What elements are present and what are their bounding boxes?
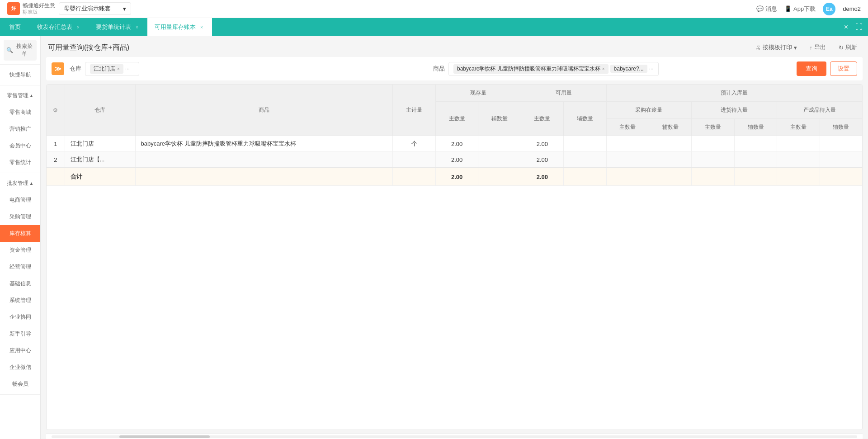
sidebar-item-enterprise[interactable]: 企业协同 xyxy=(0,309,40,326)
footer-inbound-main xyxy=(692,168,734,186)
main-layout: 🔍 搜索菜单 快捷导航 零售管理 ▲ 零售商城 营销推广 会员中心 xyxy=(0,36,868,439)
th-avail-aux: 辅数量 xyxy=(564,102,606,136)
product-tag-1-remove[interactable]: × xyxy=(602,66,605,71)
th-product-aux: 辅数量 xyxy=(820,119,862,136)
tab-receive[interactable]: 收发存汇总表 × xyxy=(30,18,89,36)
print-button[interactable]: 🖨 按模板打印 ▾ xyxy=(751,42,801,53)
tab-order-close[interactable]: × xyxy=(134,24,140,30)
row-2-inbound-aux xyxy=(734,152,777,168)
row-1-current-main: 2.00 xyxy=(435,136,478,152)
tab-order[interactable]: 要货单统计表 × xyxy=(89,18,147,36)
footer-purchase-aux xyxy=(649,168,691,186)
row-1-purchase-main xyxy=(606,136,649,152)
sidebar-item-finance[interactable]: 资金管理 xyxy=(0,242,40,259)
product-tag-2-value: babycare?... xyxy=(614,66,644,72)
sidebar-item-purchase[interactable]: 采购管理 xyxy=(0,208,40,225)
th-warehouse: 仓库 xyxy=(65,85,135,136)
sidebar-item-member[interactable]: 会员中心 xyxy=(0,137,40,154)
th-product-pending: 产成品待入量 xyxy=(777,102,862,119)
row-1-warehouse: 江北门店 xyxy=(65,136,135,152)
print-label: 按模板打印 xyxy=(763,43,792,52)
tab-inventory[interactable]: 可用量库存账本 × xyxy=(147,18,212,36)
footer-empty-3 xyxy=(393,168,435,186)
sidebar-item-basic-info[interactable]: 基础信息 xyxy=(0,275,40,292)
search-menu-button[interactable]: 🔍 搜索菜单 xyxy=(4,40,37,61)
footer-avail-main: 2.00 xyxy=(521,168,563,186)
th-current-aux: 辅数量 xyxy=(478,102,521,136)
fullscreen-button[interactable]: ⛶ xyxy=(854,21,864,33)
sidebar-item-enterprise-wechat[interactable]: 企业微信 xyxy=(0,359,40,376)
settings-gear-icon[interactable]: ⚙ xyxy=(53,107,58,113)
nav-right-actions: × ⛶ xyxy=(839,18,868,36)
sidebar-item-retail-mall[interactable]: 零售商城 xyxy=(0,104,40,121)
product-more-icon[interactable]: ··· xyxy=(649,66,654,72)
industry-selector[interactable]: 母婴行业演示账套 ▾ xyxy=(59,2,131,15)
sidebar-item-inventory-check[interactable]: 库存核算 xyxy=(0,225,40,242)
sidebar-item-business[interactable]: 经营管理 xyxy=(0,259,40,275)
page-title: 可用量查询(按仓库+商品) xyxy=(48,43,129,52)
warehouse-more-icon[interactable]: ··· xyxy=(125,66,130,72)
row-1-inbound-main xyxy=(692,136,734,152)
product-tag-1-value: babycare学饮杯 儿童防摔防撞吸管杯重力球吸嘴杯宝宝水杯 xyxy=(457,65,600,73)
sidebar-retail-mall-label: 零售商城 xyxy=(9,109,31,116)
inventory-tab-label: 可用量库存账本 xyxy=(155,23,196,31)
row-2-product-main xyxy=(777,152,820,168)
warehouse-tag-remove[interactable]: × xyxy=(117,66,120,71)
row-2-product xyxy=(135,152,393,168)
product-filter-input[interactable]: babycare学饮杯 儿童防摔防撞吸管杯重力球吸嘴杯宝宝水杯 × babyca… xyxy=(448,62,659,76)
filter-expand-button[interactable]: ≫ xyxy=(52,62,64,75)
close-all-button[interactable]: × xyxy=(842,21,850,33)
row-1-inbound-aux xyxy=(734,136,777,152)
row-2-unit xyxy=(393,152,435,168)
sidebar-item-ecommerce[interactable]: 电商管理 xyxy=(0,192,40,208)
sidebar-nav: 快捷导航 xyxy=(0,65,40,85)
sidebar-item-system[interactable]: 系统管理 xyxy=(0,292,40,309)
th-purchase-main: 主数量 xyxy=(606,119,649,136)
message-label: 消息 xyxy=(765,5,777,13)
settings-button[interactable]: 设置 xyxy=(830,61,857,76)
footer-empty-1 xyxy=(47,168,65,186)
product-filter-label: 商品 xyxy=(433,65,445,73)
sidebar-item-app-center[interactable]: 应用中心 xyxy=(0,342,40,359)
footer-avail-aux xyxy=(564,168,606,186)
refresh-button[interactable]: ↻ 刷新 xyxy=(835,42,861,53)
sidebar-item-retail-stats[interactable]: 零售统计 xyxy=(0,154,40,171)
sidebar-item-marketing[interactable]: 营销推广 xyxy=(0,121,40,137)
sidebar-item-new-guide[interactable]: 新手引导 xyxy=(0,326,40,342)
logo-text: 畅捷通好生意 xyxy=(23,2,55,9)
filter-group-product: 商品 babycare学饮杯 儿童防摔防撞吸管杯重力球吸嘴杯宝宝水杯 × bab… xyxy=(433,62,791,76)
search-menu-label: 搜索菜单 xyxy=(15,42,34,58)
export-button[interactable]: ↑ 导出 xyxy=(806,42,830,53)
row-2-avail-aux xyxy=(564,152,606,168)
table-wrapper: ⚙ 仓库 商品 主计量 现存量 可用量 预计入库量 主数量 辅数量 主数量 辅数… xyxy=(46,84,863,430)
industry-label: 母婴行业演示账套 xyxy=(64,5,111,13)
sidebar-item-wholesale[interactable]: 批发管理 ▲ xyxy=(0,175,40,192)
product-tag-2: babycare?... xyxy=(610,65,647,73)
scroll-track xyxy=(52,435,857,438)
scroll-thumb[interactable] xyxy=(119,435,210,438)
th-inbound-pending: 进货待入量 xyxy=(692,102,777,119)
footer-purchase-main xyxy=(606,168,649,186)
user-name[interactable]: demo2 xyxy=(843,5,861,12)
search-icon: 🔍 xyxy=(6,47,13,53)
row-1-current-aux xyxy=(478,136,521,152)
sidebar-basic-info-label: 基础信息 xyxy=(9,280,31,288)
order-tab-label: 要货单统计表 xyxy=(96,23,131,31)
message-action[interactable]: 💬 消息 xyxy=(756,5,777,13)
tab-receive-close[interactable]: × xyxy=(75,24,81,30)
tab-inventory-close[interactable]: × xyxy=(198,24,205,30)
quick-nav-label: 快捷导航 xyxy=(9,71,31,78)
sidebar-item-quick-nav[interactable]: 快捷导航 xyxy=(0,67,40,82)
sidebar-item-vip[interactable]: 畅会员 xyxy=(0,376,40,392)
sidebar: 🔍 搜索菜单 快捷导航 零售管理 ▲ 零售商城 营销推广 会员中心 xyxy=(0,36,41,439)
warehouse-filter-input[interactable]: 江北门店 × ··· xyxy=(85,62,139,76)
query-button[interactable]: 查询 xyxy=(797,61,826,76)
tab-home[interactable]: 首页 xyxy=(0,18,30,36)
sidebar-finance-label: 资金管理 xyxy=(9,246,31,254)
filter-actions: 查询 设置 xyxy=(797,61,857,76)
th-available: 可用量 xyxy=(521,85,606,102)
th-current-main: 主数量 xyxy=(435,102,478,136)
sidebar-wholesale-label: 批发管理 xyxy=(7,179,28,187)
sidebar-item-retail-mgmt[interactable]: 零售管理 ▲ xyxy=(0,87,40,104)
app-download-action[interactable]: 📱 App下载 xyxy=(784,5,816,13)
